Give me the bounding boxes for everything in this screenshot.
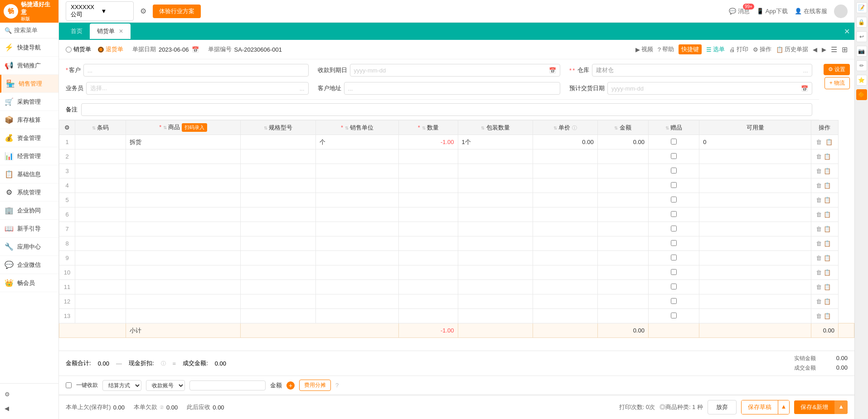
trial-btn[interactable]: 体验行业方案 [153,5,201,18]
sidebar-item-inventory[interactable]: 📦 库存核算 [0,111,58,129]
delete-row-1-btn[interactable]: 🗑 [816,139,822,145]
abandon-btn[interactable]: 放弃 [708,400,737,414]
gift-checkbox-7[interactable] [671,226,677,231]
sidebar-item-member[interactable]: 👑 畅会员 [0,274,58,292]
gift-checkbox-6[interactable] [671,211,677,217]
print-btn[interactable]: 🖨 打印 [729,45,748,53]
save-draft-caret-btn[interactable]: ▲ [778,400,790,414]
video-btn[interactable]: ▶ 视频 [635,45,653,53]
sidebar-item-quick-nav[interactable]: ⚡ 快捷导航 [0,39,58,57]
account-select[interactable]: 收款账号 [146,380,185,391]
rp-btn-4[interactable]: 📷 [856,46,867,57]
copy-row-5-btn[interactable]: 📋 [824,197,831,203]
nav-next-btn[interactable]: ▶ [822,46,826,53]
remarks-input[interactable] [81,103,812,116]
gift-checkbox-3[interactable] [671,168,677,173]
sidebar-item-base-info[interactable]: 📋 基础信息 [0,165,58,183]
tab-sales-order[interactable]: 销货单 ✕ [90,24,131,39]
save-draft-btn[interactable]: 保存草稿 [742,400,778,414]
delete-row-11-btn[interactable]: 🗑 [816,284,822,290]
sidebar-item-wechat[interactable]: 💬 企业微信 [0,256,58,274]
expense-split-btn[interactable]: 费用分摊 [299,380,331,391]
user-avatar[interactable] [834,5,848,18]
tab-home[interactable]: 首页 [63,24,90,39]
gift-checkbox-11[interactable] [671,284,677,289]
company-select[interactable]: XXXXXX公司 ▼ [66,1,134,21]
customer-addr-input[interactable]: ... [344,82,561,95]
radio-sale-order[interactable]: 销货单 [66,45,91,53]
sidebar-item-finance[interactable]: 💰 资金管理 [0,129,58,147]
delivery-calendar-icon[interactable]: 📅 [801,85,808,92]
copy-row-8-btn[interactable]: 📋 [824,240,831,247]
setting-btn[interactable]: ⚙ 设置 [824,64,850,75]
copy-row-6-btn[interactable]: 📋 [824,211,831,218]
copy-row-9-btn[interactable]: 📋 [824,255,831,261]
calendar-icon[interactable]: 📅 [192,46,199,53]
save-new-btn[interactable]: 保存&新增 [794,400,834,414]
ops-btn[interactable]: ⚙ 操作 [753,45,771,53]
online-service-btn[interactable]: 👤 在线客服 [795,7,827,15]
gift-checkbox-8[interactable] [671,240,677,246]
delete-row-5-btn[interactable]: 🗑 [816,197,822,203]
sidebar-item-sales[interactable]: 🏪 销售管理 [0,75,58,93]
copy-row-12-btn[interactable]: 📋 [824,298,831,305]
delete-row-13-btn[interactable]: 🗑 [816,313,822,319]
topbar-gear-icon[interactable]: ⚙ [138,5,148,17]
sidebar-item-guide[interactable]: 📖 新手引导 [0,220,58,238]
rp-btn-2[interactable]: 🔒 [856,17,867,28]
sidebar-item-operations[interactable]: 📊 经营管理 [0,147,58,165]
sidebar-collapse-btn[interactable]: ◀ [0,401,58,415]
close-all-tabs-btn[interactable]: ✕ [844,27,850,36]
sidebar-item-marketing[interactable]: 📢 营销推广 [0,57,58,75]
sidebar-item-app-center[interactable]: 🔧 应用中心 [0,238,58,256]
select-order-btn[interactable]: ☰ 选单 [706,45,725,53]
gear-icon-th[interactable]: ⚙ [64,124,70,131]
app-download-btn[interactable]: 📱 App下载 [756,7,788,15]
radio-return-order[interactable]: 退货单 [98,45,123,53]
gift-checkbox-5[interactable] [671,197,677,202]
copy-row-4-btn[interactable]: 📋 [824,182,831,189]
view-list-btn[interactable]: ☰ [831,45,837,54]
expected-delivery-input[interactable]: yyyy-mm-dd 📅 [607,82,812,95]
copy-row-1-btn[interactable]: 📋 [825,139,833,145]
view-grid-btn[interactable]: ⊞ [842,45,848,54]
delete-row-12-btn[interactable]: 🗑 [816,298,822,305]
search-menu[interactable]: 🔍 搜索菜单 [0,23,58,39]
rp-btn-6[interactable]: ⭐ [856,75,867,86]
add-payment-btn[interactable]: + [286,381,295,390]
help-btn[interactable]: ? 帮助 [658,45,674,53]
sidebar-settings-btn[interactable]: ⚙ [0,387,58,401]
copy-row-11-btn[interactable]: 📋 [824,284,831,290]
warehouse-input[interactable]: 建材仓 ... [592,64,812,77]
gift-checkbox-10[interactable] [671,269,677,275]
gift-checkbox-9[interactable] [671,255,677,260]
copy-row-13-btn[interactable]: 📋 [824,313,831,319]
copy-row-2-btn[interactable]: 📋 [824,153,831,160]
delete-row-10-btn[interactable]: 🗑 [816,269,822,276]
shortcut-btn[interactable]: 快捷键 [679,44,702,54]
gift-checkbox-2[interactable] [671,153,677,159]
due-date-input[interactable]: yyyy-mm-dd 📅 [350,64,561,77]
delete-row-4-btn[interactable]: 🗑 [816,182,822,189]
customer-input[interactable]: ... [83,64,308,77]
scan-btn[interactable]: 扫码录入 [182,123,207,132]
sidebar-item-system[interactable]: ⚙ 系统管理 [0,183,58,202]
gift-checkbox-13[interactable] [671,313,677,318]
rp-btn-1[interactable]: 📝 [856,2,867,13]
gift-checkbox-12[interactable] [671,298,677,304]
delete-row-6-btn[interactable]: 🗑 [816,211,822,218]
delete-row-3-btn[interactable]: 🗑 [816,168,822,174]
save-new-caret-btn[interactable]: ▲ [834,400,848,414]
gift-checkbox-4[interactable] [671,182,677,188]
settlement-method-select[interactable]: 结算方式 [102,380,141,391]
copy-row-3-btn[interactable]: 📋 [824,168,831,174]
gift-checkbox-1[interactable] [671,139,677,144]
delete-row-2-btn[interactable]: 🗑 [816,153,822,160]
th-gear[interactable]: ⚙ [59,120,75,135]
sidebar-item-enterprise[interactable]: 🏢 企业协同 [0,202,58,220]
one-click-pay-checkbox[interactable] [66,382,72,388]
salesman-input[interactable]: 选择... ... [86,82,309,95]
delete-row-9-btn[interactable]: 🗑 [816,255,822,261]
delete-row-8-btn[interactable]: 🗑 [816,240,822,247]
copy-row-10-btn[interactable]: 📋 [824,269,831,276]
